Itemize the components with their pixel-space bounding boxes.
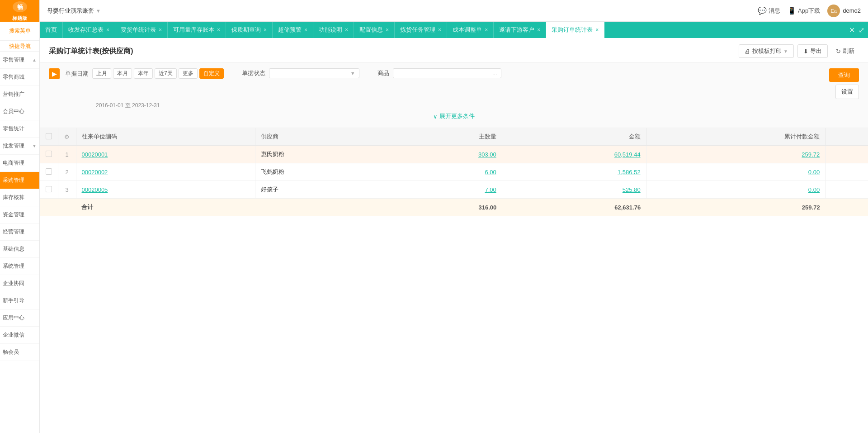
app-download-button[interactable]: 📱 App下载	[788, 7, 820, 15]
row-1-paid[interactable]: 259.72	[646, 146, 826, 163]
row-3-amount[interactable]: 525.80	[502, 181, 646, 199]
export-label: 导出	[810, 47, 822, 55]
tab-purchase-stats[interactable]: 要货单统计表 ×	[115, 22, 168, 38]
tab-config-close[interactable]: ×	[386, 27, 389, 33]
date-btn-this-month[interactable]: 本月	[113, 68, 132, 79]
row-2-extra	[826, 163, 868, 181]
tab-window-maximize[interactable]: ⤢	[859, 26, 864, 34]
tab-overstock[interactable]: 超储预警 ×	[273, 22, 313, 38]
sidebar-item-system[interactable]: 系统管理	[0, 258, 39, 275]
sidebar-item-marketing[interactable]: 营销推广	[0, 86, 39, 103]
refresh-button[interactable]: ↻ 刷新	[831, 45, 859, 57]
goods-input[interactable]: …	[393, 68, 501, 78]
row-1-qty[interactable]: 303.00	[389, 146, 502, 163]
sidebar-item-wechat[interactable]: 企业微信	[0, 327, 39, 344]
row-1-checkbox[interactable]	[46, 151, 52, 157]
select-all-checkbox[interactable]	[46, 133, 52, 139]
sidebar-item-member[interactable]: 会员中心	[0, 103, 39, 120]
tab-collect-close[interactable]: ×	[106, 27, 109, 33]
table-row: 1 00020001 惠氏奶粉 303.00 60,519.44 259.72	[40, 146, 868, 163]
tab-cost-adj[interactable]: 成本调整单 ×	[447, 22, 494, 38]
table-area: ⚙ 往来单位编码 供应商 主数量 金额 累计付款金额	[40, 128, 868, 433]
tab-inventory-book-close[interactable]: ×	[217, 27, 220, 33]
status-select[interactable]: ▼	[269, 68, 359, 78]
sidebar-item-wholesale[interactable]: 批发管理 ▼	[0, 138, 39, 155]
topbar: 母婴行业演示账套 ▼ 💬 消息 📱 App下载 Ea demo2	[40, 0, 868, 22]
tab-pick-task-close[interactable]: ×	[438, 27, 441, 33]
tab-overstock-close[interactable]: ×	[304, 27, 307, 33]
filter-top-row: 单据日期 上月 本月 本年 近7天 更多 自定义	[65, 68, 859, 99]
query-button[interactable]: 查询	[829, 68, 859, 82]
export-button[interactable]: ⬇ 导出	[797, 44, 828, 58]
tab-purchase-order-stats[interactable]: 采购订单统计表 ×	[546, 22, 604, 38]
search-menu-button[interactable]: 搜索英单	[3, 25, 37, 37]
sidebar-item-basic[interactable]: 基础信息	[0, 241, 39, 258]
row-1-extra	[826, 146, 868, 163]
table-row: 2 00020002 飞鹤奶粉 6.00 1,586.52 0.00	[40, 163, 868, 181]
table-header-index: ⚙	[58, 128, 76, 146]
tab-expiry-close[interactable]: ×	[264, 27, 267, 33]
print-button[interactable]: 🖨 按模板打印 ▼	[739, 44, 794, 58]
tab-function-desc-close[interactable]: ×	[345, 27, 348, 33]
tab-cost-adj-close[interactable]: ×	[485, 27, 488, 33]
tab-window-close[interactable]: ✕	[849, 26, 855, 34]
row-2-qty[interactable]: 6.00	[389, 163, 502, 181]
tab-inventory-book[interactable]: 可用量库存账本 ×	[168, 22, 226, 38]
row-2-paid[interactable]: 0.00	[646, 163, 826, 181]
expand-more-button[interactable]: ∨ 展开更多条件	[49, 109, 859, 122]
tab-config[interactable]: 配置信息 ×	[354, 22, 395, 38]
sidebar-item-inventory[interactable]: 库存核算	[0, 189, 39, 206]
row-2-code[interactable]: 00020002	[76, 163, 255, 181]
sidebar-item-finance[interactable]: 资金管理	[0, 206, 39, 224]
sidebar-item-appcenter[interactable]: 应用中心	[0, 309, 39, 327]
sidebar-item-operation[interactable]: 经营管理	[0, 224, 39, 241]
date-range-display: 2016-01-01 至 2023-12-31	[96, 102, 160, 109]
date-btn-more[interactable]: 更多	[179, 68, 198, 79]
row-1-supplier: 惠氏奶粉	[255, 146, 389, 163]
row-3-qty[interactable]: 7.00	[389, 181, 502, 199]
sidebar-item-member2[interactable]: 畅会员	[0, 344, 39, 361]
sidebar-item-ecommerce[interactable]: 电商管理	[0, 155, 39, 172]
date-btn-custom[interactable]: 自定义	[199, 68, 224, 79]
avatar: Ea	[827, 5, 840, 17]
warehouse-selector[interactable]: 母婴行业演示账套 ▼	[47, 7, 101, 15]
sidebar-item-retail-stats[interactable]: 零售统计	[0, 120, 39, 138]
date-btn-last-month[interactable]: 上月	[92, 68, 111, 79]
sidebar-item-basic-label: 基础信息	[3, 245, 24, 253]
page-header: 采购订单统计表(按供应商) 🖨 按模板打印 ▼ ⬇ 导出 ↻ 刷新	[40, 38, 868, 63]
settings-button[interactable]: 设置	[835, 85, 859, 99]
date-btn-this-year[interactable]: 本年	[134, 68, 153, 79]
message-button[interactable]: 💬 消息	[758, 6, 780, 15]
tab-invite-down-close[interactable]: ×	[537, 27, 540, 33]
sidebar-item-cooperation[interactable]: 企业协同	[0, 275, 39, 292]
tab-pick-task[interactable]: 拣货任务管理 ×	[395, 22, 447, 38]
date-btn-7days[interactable]: 近7天	[155, 68, 177, 79]
tab-collect[interactable]: 收发存汇总表 ×	[63, 22, 115, 38]
logo[interactable]: 畅 标题版	[0, 0, 39, 22]
column-settings-icon[interactable]: ⚙	[64, 133, 70, 140]
sidebar-item-purchase[interactable]: 采购管理	[0, 172, 39, 189]
row-2-amount[interactable]: 1,586.52	[502, 163, 646, 181]
tab-home[interactable]: 首页	[40, 22, 63, 38]
sidebar-item-inventory-label: 库存核算	[3, 194, 24, 201]
tab-cost-adj-label: 成本调整单	[453, 26, 482, 34]
expand-filter-button[interactable]: ▶	[49, 68, 60, 79]
row-3-checkbox[interactable]	[46, 186, 52, 192]
user-menu[interactable]: Ea demo2	[827, 5, 861, 17]
row-2-checkbox[interactable]	[46, 168, 52, 175]
row-3-code[interactable]: 00020005	[76, 181, 255, 199]
tab-purchase-order-stats-close[interactable]: ×	[595, 27, 599, 33]
tab-purchase-stats-label: 要货单统计表	[121, 26, 156, 34]
tab-function-desc[interactable]: 功能说明 ×	[313, 22, 354, 38]
app-download-label: App下载	[798, 7, 820, 15]
row-1-amount[interactable]: 60,519.44	[502, 146, 646, 163]
sidebar-item-newbie[interactable]: 新手引导	[0, 292, 39, 309]
tab-purchase-stats-close[interactable]: ×	[159, 27, 162, 33]
tab-expiry[interactable]: 保质期查询 ×	[226, 22, 273, 38]
row-3-paid[interactable]: 0.00	[646, 181, 826, 199]
refresh-icon: ↻	[836, 48, 841, 55]
tab-invite-down[interactable]: 邀请下游客户 ×	[494, 22, 546, 38]
sidebar-item-retail[interactable]: 零售管理 ▲	[0, 52, 39, 69]
sidebar-item-retail-store[interactable]: 零售商城	[0, 69, 39, 86]
row-1-code[interactable]: 00020001	[76, 146, 255, 163]
